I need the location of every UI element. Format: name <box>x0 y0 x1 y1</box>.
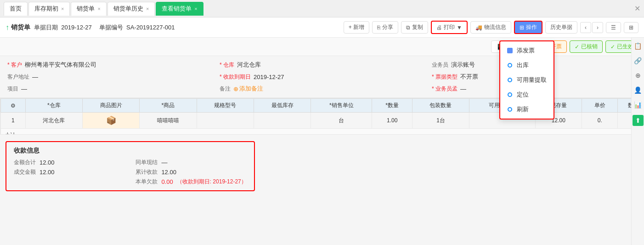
ticket-type-value: 不开票 <box>460 73 478 81</box>
prev-button[interactable]: ‹ <box>580 22 591 33</box>
toolbar-left: ↑ 销货单 单据日期 2019-12-27 单据编号 SA-20191227-0… <box>6 23 175 32</box>
transaction-label: 成交金额 <box>14 168 36 176</box>
add-invoice-item[interactable]: 添发票 <box>500 43 554 58</box>
tab-home[interactable]: 首页 <box>4 2 28 16</box>
sidebar-icon-4[interactable]: 👤 <box>633 85 643 95</box>
due-date-value: 2019-12-27 <box>254 74 284 80</box>
nav-buttons: ‹ › <box>580 22 603 33</box>
confirmed-button[interactable]: ✓ 已核销 <box>570 40 603 53</box>
row-pack-qty: 1台 <box>412 113 469 129</box>
same-order-label: 同单现结 <box>136 159 158 166</box>
add-note-link[interactable]: ⊕ 添加备注 <box>233 85 263 93</box>
tab-view-sales[interactable]: 查看销货单 × <box>156 2 203 16</box>
amount-total-value: 12.00 <box>40 159 55 166</box>
due-date-row: 收款到期日 2019-12-27 <box>220 73 424 81</box>
cumulative-label: 累计收款 <box>136 168 158 176</box>
warehouse-label: 仓库 <box>220 61 234 69</box>
sidebar-icon-5[interactable]: 📊 <box>633 100 643 109</box>
list-view-button[interactable]: ☰ <box>606 22 621 33</box>
tab-sales-history-close[interactable]: × <box>146 6 149 11</box>
cumulative-row: 累计收款 12.00 <box>136 168 246 176</box>
due-row: 本单欠款 0.00 （收款到期日: 2019-12-27） <box>136 178 246 186</box>
operation-button[interactable]: ⊞ 操作 <box>514 21 542 34</box>
copy-button[interactable]: ⧉ 复制 <box>401 21 428 34</box>
next-button[interactable]: › <box>592 22 603 33</box>
cumulative-value: 12.00 <box>161 169 176 176</box>
available-extract-item[interactable]: 可用量提取 <box>500 73 554 87</box>
add-invoice-icon <box>507 47 513 54</box>
product-image: 📦 <box>106 116 116 125</box>
address-value: — <box>32 74 38 80</box>
sidebar-icon-1[interactable]: 📋 <box>633 41 643 51</box>
row-unit: 台 <box>311 113 372 129</box>
project-label: 项目 <box>7 85 18 93</box>
due-date-note: （收款到期日: 2019-12-27） <box>177 178 247 186</box>
salesman-label: 业务员孟 <box>432 85 458 93</box>
share-button[interactable]: ⎘ 分享 <box>372 21 398 34</box>
effective-check-icon: ✓ <box>610 44 615 50</box>
row-product: 嘻嘻嘻嘻 <box>140 113 197 129</box>
right-sidebar: 📋 🔗 ⊕ 👤 📊 ⬆ <box>631 38 644 245</box>
number-value: SA-20191227-001 <box>126 24 175 31</box>
tab-sales-order[interactable]: 销货单 × <box>71 2 106 16</box>
row-qty: 1.00 <box>372 113 412 129</box>
address-row: 客户地址 — <box>7 73 212 81</box>
tab-inventory-init-close[interactable]: × <box>61 6 64 11</box>
col-product: *商品 <box>140 99 197 113</box>
print-button[interactable]: 🖨 打印 ▼ <box>431 21 468 34</box>
customer-value: 柳州粤港平安气体有限公司 <box>25 61 96 69</box>
sidebar-icon-2[interactable]: 🔗 <box>633 56 643 65</box>
expand-icon[interactable]: ⬆ <box>633 115 644 126</box>
outbound-item[interactable]: 出库 <box>500 58 554 73</box>
outbound-icon <box>507 62 513 68</box>
tab-sales-history-label: 销货单历史 <box>113 5 143 13</box>
row-no: 1 <box>1 113 26 129</box>
outbound-label: 出库 <box>517 61 529 69</box>
note-row: 备注 ⊕ 添加备注 <box>220 85 424 93</box>
locate-item[interactable]: 定位 <box>500 87 554 102</box>
print-icon: 🖨 <box>436 24 442 31</box>
tab-inventory-init[interactable]: 库存期初 × <box>28 2 70 16</box>
address-label: 客户地址 <box>7 73 29 81</box>
customer-label: 客户 <box>7 61 22 69</box>
sales-icon: ↑ <box>6 23 9 32</box>
refresh-label: 刷新 <box>517 105 529 114</box>
row-price: 0. <box>582 113 618 129</box>
amount-total-row: 金额合计 12.00 <box>14 159 124 166</box>
logistics-button[interactable]: 🚚 物流信息 <box>470 21 511 34</box>
row-warehouse: 河北仓库 <box>25 113 82 129</box>
staff-value: 演示账号 <box>451 61 475 69</box>
col-spec: 规格型号 <box>197 99 254 113</box>
sidebar-icon-3[interactable]: ⊕ <box>633 71 643 80</box>
window-close-btn[interactable]: ✕ <box>634 4 640 13</box>
tab-home-label: 首页 <box>10 5 22 13</box>
date-value: 2019-12-27 <box>61 24 92 31</box>
col-warehouse: *仓库 <box>25 99 82 113</box>
spacer <box>14 178 124 186</box>
payment-title: 收款信息 <box>14 147 247 155</box>
tab-view-sales-label: 查看销货单 <box>162 5 192 13</box>
grid-view-button[interactable]: ⊞ <box>624 22 638 33</box>
grid-icon: ⊞ <box>520 24 524 31</box>
row-image: 📦 <box>82 113 139 129</box>
available-extract-icon <box>507 77 513 83</box>
toolbar-right: + 新增 ⎘ 分享 ⧉ 复制 🖨 打印 ▼ 🚚 物流信息 ⊞ 操作 <box>344 21 638 34</box>
share-icon: ⎘ <box>377 24 380 31</box>
payment-wrapper: 收款信息 金额合计 12.00 同单现结 — 成交金额 12.00 累计收款 1… <box>0 135 644 198</box>
date-label: 单据日期 2019-12-27 <box>34 23 92 32</box>
due-value: 0.00 <box>161 178 173 185</box>
tab-sales-order-close[interactable]: × <box>97 6 100 11</box>
operation-dropdown: 添发票 出库 可用量提取 定位 刷新 <box>499 40 554 120</box>
history-button[interactable]: 历史单据 <box>545 21 577 34</box>
same-order-value: — <box>161 159 167 166</box>
tab-view-sales-close[interactable]: × <box>194 6 197 11</box>
transaction-value: 12.00 <box>40 169 55 176</box>
col-pack-qty: 包装数量 <box>412 99 469 113</box>
row-spec <box>197 113 254 129</box>
due-date-label: 收款到期日 <box>220 73 251 81</box>
col-image: 商品图片 <box>82 99 139 113</box>
amount-total-label: 金额合计 <box>14 159 36 166</box>
new-button[interactable]: + 新增 <box>344 21 369 34</box>
tab-sales-history[interactable]: 销货单历史 × <box>107 2 155 16</box>
refresh-item[interactable]: 刷新 <box>500 102 554 117</box>
